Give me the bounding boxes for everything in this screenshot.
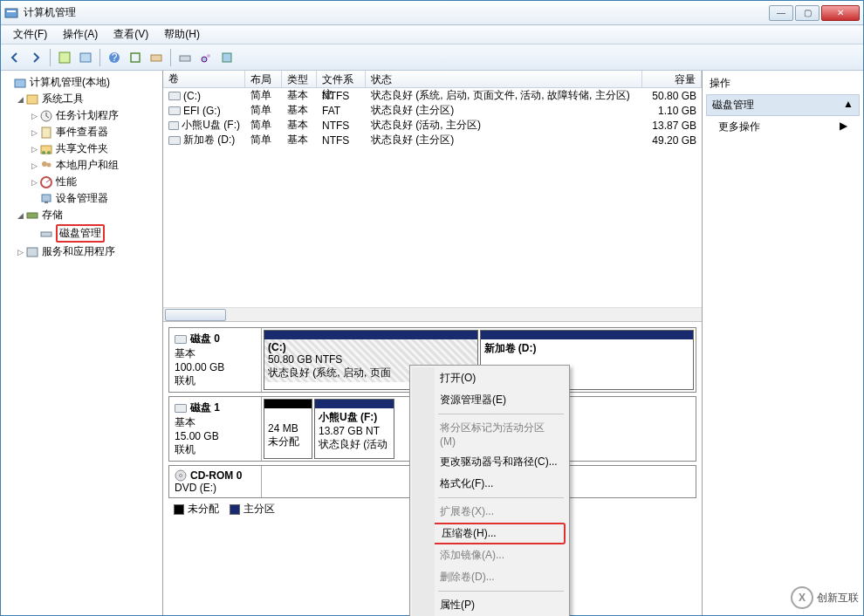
disk-info[interactable]: CD-ROM 0 DVD (E:)	[169, 466, 262, 497]
tree-disk-management[interactable]: 磁盘管理	[3, 223, 161, 243]
tree-storage[interactable]: ◢存储	[3, 207, 161, 223]
svg-rect-7	[151, 55, 161, 61]
ctx-properties[interactable]: 属性(P)	[412, 594, 567, 616]
tree-performance[interactable]: ▷性能	[3, 174, 161, 190]
nav-tree[interactable]: 计算机管理(本地) ◢系统工具 ▷任务计划程序 ▷事件查看器 ▷共享文件夹 ▷本…	[1, 71, 163, 615]
disk-info[interactable]: 磁盘 0 基本 100.00 GB 联机	[169, 328, 262, 392]
tree-services-apps[interactable]: ▷服务和应用程序	[3, 243, 161, 260]
watermark-text: 创新互联	[817, 591, 859, 606]
col-capacity: 容量	[642, 71, 702, 87]
tb-icon-7[interactable]	[218, 49, 236, 66]
actions-more[interactable]: 更多操作▶	[706, 116, 860, 138]
tree-device-manager[interactable]: 设备管理器	[3, 190, 161, 207]
svg-rect-23	[45, 202, 48, 203]
svg-point-9	[202, 57, 207, 62]
menu-bar: 文件(F) 操作(A) 查看(V) 帮助(H)	[1, 25, 863, 44]
maximize-button[interactable]: ▢	[795, 5, 819, 21]
watermark-icon: X	[791, 586, 813, 609]
back-button[interactable]	[6, 49, 24, 66]
volume-row[interactable]: EFI (G:)简单基本FAT状态良好 (主分区)1.10 GB	[163, 103, 702, 118]
svg-rect-6	[131, 53, 140, 62]
ctx-explorer[interactable]: 资源管理器(E)	[412, 389, 567, 411]
disk-icon	[175, 335, 187, 344]
tree-root[interactable]: 计算机管理(本地)	[3, 74, 161, 91]
svg-rect-26	[27, 248, 38, 257]
actions-group-header[interactable]: 磁盘管理▲	[706, 94, 860, 116]
svg-rect-12	[15, 79, 25, 87]
drive-icon	[168, 92, 181, 100]
toolbar: ?	[1, 44, 863, 71]
svg-rect-15	[42, 127, 51, 138]
minimize-button[interactable]: —	[769, 5, 793, 21]
menu-action[interactable]: 操作(A)	[56, 25, 105, 44]
svg-rect-1	[7, 10, 16, 12]
collapse-icon: ▲	[843, 98, 854, 113]
col-type: 类型	[282, 71, 317, 87]
tree-local-users[interactable]: ▷本地用户和组	[3, 157, 161, 174]
tb-icon-4[interactable]	[147, 49, 165, 66]
svg-point-18	[47, 151, 51, 154]
drive-icon	[168, 106, 181, 115]
svg-rect-11	[223, 53, 231, 62]
volume-list: 卷 布局 类型 文件系统 状态 容量 (C:)简单基本NTFS状态良好 (系统,…	[163, 71, 702, 322]
close-button[interactable]: ✕	[821, 5, 860, 21]
actions-pane: 操作 磁盘管理▲ 更多操作▶	[703, 71, 863, 615]
ctx-delete: 删除卷(D)...	[412, 566, 567, 588]
svg-point-19	[42, 161, 47, 167]
tree-task-scheduler[interactable]: ▷任务计划程序	[3, 107, 161, 124]
volume-header[interactable]: 卷 布局 类型 文件系统 状态 容量	[163, 71, 702, 88]
tb-icon-5[interactable]	[176, 49, 194, 66]
tb-icon-6[interactable]	[197, 49, 215, 66]
volume-row[interactable]: (C:)简单基本NTFS状态良好 (系统, 启动, 页面文件, 活动, 故障转储…	[163, 88, 702, 103]
col-fs: 文件系统	[317, 71, 366, 87]
svg-point-20	[47, 162, 51, 167]
tb-icon-2[interactable]	[77, 49, 94, 66]
actions-title: 操作	[706, 74, 860, 92]
ctx-open[interactable]: 打开(O)	[412, 367, 567, 389]
col-volume: 卷	[163, 71, 245, 87]
tb-icon-1[interactable]	[56, 49, 73, 66]
partition-unallocated[interactable]: 24 MB未分配	[264, 399, 312, 459]
tree-event-viewer[interactable]: ▷事件查看器	[3, 124, 161, 140]
ctx-extend: 扩展卷(X)...	[412, 501, 567, 523]
col-layout: 布局	[245, 71, 282, 87]
svg-rect-3	[80, 53, 91, 62]
context-menu: 打开(O) 资源管理器(E) 将分区标记为活动分区(M) 更改驱动器号和路径(C…	[409, 365, 570, 616]
svg-rect-22	[42, 195, 51, 202]
menu-view[interactable]: 查看(V)	[106, 25, 155, 44]
ctx-format[interactable]: 格式化(F)...	[412, 473, 567, 495]
chevron-right-icon: ▶	[840, 120, 847, 134]
tree-shared-folders[interactable]: ▷共享文件夹	[3, 140, 161, 157]
help-icon[interactable]: ?	[106, 49, 123, 66]
svg-rect-2	[59, 52, 70, 63]
volume-row[interactable]: 小熊U盘 (F:)简单基本NTFS状态良好 (活动, 主分区)13.87 GB	[163, 118, 702, 133]
partition-f[interactable]: 小熊U盘 (F:)13.87 GB NT状态良好 (活动	[314, 399, 394, 459]
disk-info[interactable]: 磁盘 1 基本 15.00 GB 联机	[169, 397, 262, 461]
ctx-shrink[interactable]: 压缩卷(H)...	[414, 523, 566, 544]
svg-rect-0	[5, 9, 17, 17]
menu-help[interactable]: 帮助(H)	[157, 25, 207, 44]
svg-rect-25	[41, 232, 51, 236]
h-scrollbar[interactable]	[163, 307, 702, 321]
ctx-mark-active: 将分区标记为活动分区(M)	[412, 417, 567, 451]
drive-icon	[168, 121, 179, 130]
svg-point-10	[207, 54, 210, 58]
forward-button[interactable]	[27, 49, 45, 66]
title-bar: 计算机管理 — ▢ ✕	[1, 1, 863, 25]
tb-icon-3[interactable]	[127, 49, 144, 66]
tree-system-tools[interactable]: ◢系统工具	[3, 91, 161, 107]
ctx-mirror: 添加镜像(A)...	[412, 544, 567, 566]
disk-icon	[175, 404, 187, 413]
svg-rect-8	[180, 56, 190, 61]
col-status: 状态	[366, 71, 642, 87]
svg-rect-13	[27, 95, 38, 104]
svg-text:?: ?	[112, 51, 118, 64]
app-icon	[4, 6, 18, 20]
menu-file[interactable]: 文件(F)	[6, 25, 54, 44]
drive-icon	[168, 136, 181, 145]
volume-row[interactable]: 新加卷 (D:)简单基本NTFS状态良好 (主分区)49.20 GB	[163, 133, 702, 147]
cdrom-icon	[175, 469, 187, 482]
ctx-change-letter[interactable]: 更改驱动器号和路径(C)...	[412, 451, 567, 473]
svg-point-17	[42, 151, 45, 154]
legend-primary-swatch	[230, 504, 240, 515]
